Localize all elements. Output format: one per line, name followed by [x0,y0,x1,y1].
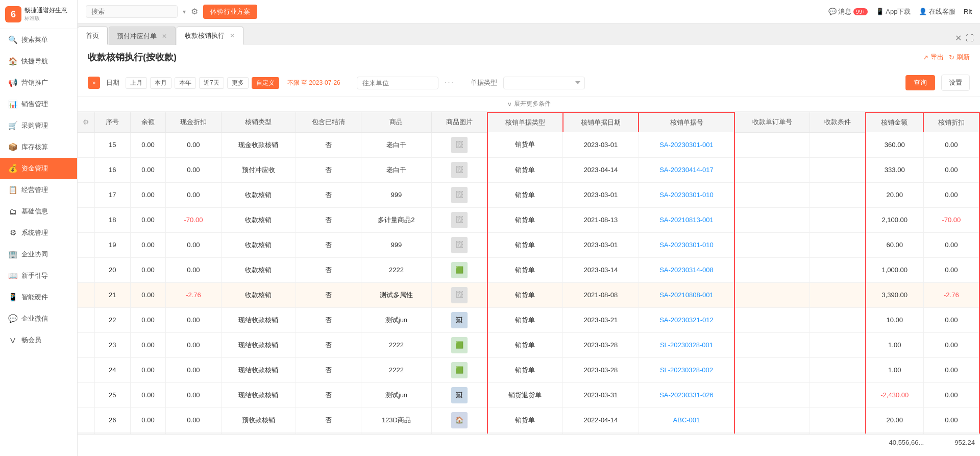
counterparty-lookup-icon[interactable]: ··· [445,78,454,87]
bill-no-link[interactable]: ABC-001 [673,416,700,424]
sidebar-item-member[interactable]: V 畅会员 [0,329,77,351]
date-btn-custom[interactable]: 自定义 [252,77,279,89]
bill-no-link[interactable]: SL-20230328-002 [660,366,713,374]
td-writeoff-bill-date: 2022-04-14 [563,407,639,433]
table-scroll-container[interactable]: ⚙ 序号 余额 现金折扣 核销类型 包含已结清 商品 商品图片 核销单据类型 核… [78,112,980,434]
bill-no-link[interactable]: SA-20230321-012 [659,316,714,324]
date-btn-this-month[interactable]: 本月 [150,77,172,89]
counterparty-input[interactable] [357,77,438,89]
single-type-label: 单据类型 [471,78,497,87]
bill-no-link[interactable]: SA-20230301-010 [659,241,714,249]
td-writeoff-bill-no: SA-20230301-001 [639,132,734,157]
goods-thumbnail: 🟩 [451,262,468,278]
date-btn-this-year[interactable]: 本年 [175,77,196,89]
date-btn-last-month[interactable]: 上月 [126,77,147,89]
date-range-display: 不限 至 2023-07-26 [287,79,340,87]
export-icon: ↗ [923,54,928,61]
bill-no-link[interactable]: SA-20230331-026 [659,391,714,399]
td-goods-image: 🟩 [432,357,487,382]
bill-no-link[interactable]: SL-20230328-001 [660,341,713,349]
tab-collection-close-icon[interactable]: ✕ [230,32,235,39]
td-receipt-order-no [734,357,810,382]
sidebar-item-search[interactable]: 🔍 搜索菜单 [0,29,77,51]
td-receipt-condition [810,357,866,382]
settings-icon[interactable]: ⚙ [191,7,198,16]
sidebar-item-sales[interactable]: 📊 销售管理 [0,93,77,115]
sidebar-item-purchase[interactable]: 🛒 采购管理 [0,115,77,136]
td-cash-discount: 0.00 [166,257,221,282]
single-type-select[interactable] [503,77,585,89]
bill-no-link[interactable]: SA-20230414-017 [659,166,714,174]
td-writeoff-bill-type: 销货单 [487,282,563,307]
filter-expand-btn[interactable]: » [88,77,100,89]
notifications-area[interactable]: 💬 消息 99+ [828,7,868,16]
finance-icon: 💰 [8,164,17,173]
tabbar-actions: ✕ ⛶ [949,33,980,45]
date-label: 日期 [106,78,119,87]
bill-no-link[interactable]: SA-20210813-001 [659,216,714,224]
sidebar-item-corp[interactable]: 🏢 企业协同 [0,244,77,265]
td-receipt-order-no [734,332,810,357]
tab-prepay-close-icon[interactable]: ✕ [162,33,167,40]
td-writeoff-amount: 10.00 [866,307,923,332]
purchase-icon: 🛒 [8,121,17,130]
sidebar-item-marketing[interactable]: 📢 营销推广 [0,72,77,93]
user-name[interactable]: Rit [964,8,972,15]
tab-prepay[interactable]: 预付冲应付单 ✕ [109,27,176,45]
td-receipt-condition [810,182,866,207]
bill-no-link[interactable]: SA-20230301-001 [659,141,714,149]
table-row: 26 0.00 0.00 预收款核销 否 123D商品 🏠 销货单 2022-0… [78,407,979,433]
sidebar-item-quicknav[interactable]: 🏠 快捷导航 [0,51,77,72]
sidebar-item-wechat[interactable]: 💬 企业微信 [0,308,77,329]
td-settings [78,232,95,257]
sidebar-item-system[interactable]: ⚙ 系统管理 [0,222,77,244]
td-writeoff-bill-date: 2021-08-08 [563,282,639,307]
online-service-link[interactable]: 👤 在线客服 [919,7,955,16]
td-writeoff-bill-type: 销货单 [487,132,563,157]
sidebar-item-operation[interactable]: 📋 经营管理 [0,179,77,201]
bill-no-link[interactable]: SA-20210808-001 [659,291,714,299]
settings-filter-btn[interactable]: 设置 [941,75,970,91]
search-input[interactable] [86,5,178,18]
tab-home[interactable]: 首页 [78,27,108,45]
sidebar-item-guide[interactable]: 📖 新手引导 [0,265,77,286]
goods-thumbnail: 🖼 [451,237,468,253]
app-download-link[interactable]: 📱 App下载 [876,7,911,16]
td-goods: 123D商品 [361,407,431,433]
member-icon: V [8,335,17,345]
sidebar-item-inventory[interactable]: 📦 库存核算 [0,136,77,158]
td-balance: 0.00 [130,382,166,407]
td-writeoff-bill-no: SA-20230314-008 [639,257,734,282]
date-btn-more[interactable]: 更多 [227,77,249,89]
refresh-btn[interactable]: ↻ 刷新 [949,53,970,62]
date-btn-7days[interactable]: 近7天 [199,77,224,89]
sidebar-item-basic[interactable]: 🗂 基础信息 [0,201,77,222]
expand-tabs-btn[interactable]: ⛶ [966,34,974,43]
sidebar-item-smart[interactable]: 📱 智能硬件 [0,286,77,308]
sidebar-item-finance[interactable]: 💰 资金管理 [0,158,77,179]
td-writeoff-discount: 0.00 [923,257,979,282]
column-settings-icon[interactable]: ⚙ [83,118,89,126]
dropdown-chevron-icon[interactable]: ▾ [183,8,186,15]
td-cash-discount: 0.00 [166,407,221,433]
td-writeoff-bill-type: 销货单 [487,232,563,257]
td-writeoff-bill-date: 2023-03-28 [563,332,639,357]
td-goods-image: 🖼 [432,382,487,407]
expand-more-conditions-btn[interactable]: ∨ 展开更多条件 [507,100,551,108]
td-writeoff-bill-type: 销货单 [487,332,563,357]
td-writeoff-bill-date: 2023-03-31 [563,382,639,407]
table-area: ⚙ 序号 余额 现金折扣 核销类型 包含已结清 商品 商品图片 核销单据类型 核… [78,112,980,456]
bill-no-link[interactable]: SA-20230314-008 [659,266,714,274]
table-row: 23 0.00 0.00 现结收款核销 否 2222 🟩 销货单 2023-03… [78,332,979,357]
trial-btn[interactable]: 体验行业方案 [203,5,257,19]
tab-collection[interactable]: 收款核销执行 ✕ [177,27,243,45]
bill-no-link[interactable]: SA-20230301-010 [659,191,714,199]
td-writeoff-bill-no: SA-20230301-010 [639,182,734,207]
td-included-closed: 否 [296,157,361,182]
close-all-tabs-btn[interactable]: ✕ [955,33,962,43]
td-writeoff-type: 现结收款核销 [221,382,296,407]
query-btn[interactable]: 查询 [905,75,935,90]
export-btn[interactable]: ↗ 导出 [923,53,944,62]
td-no: 16 [95,157,131,182]
sidebar-item-label-inventory: 库存核算 [21,142,48,152]
